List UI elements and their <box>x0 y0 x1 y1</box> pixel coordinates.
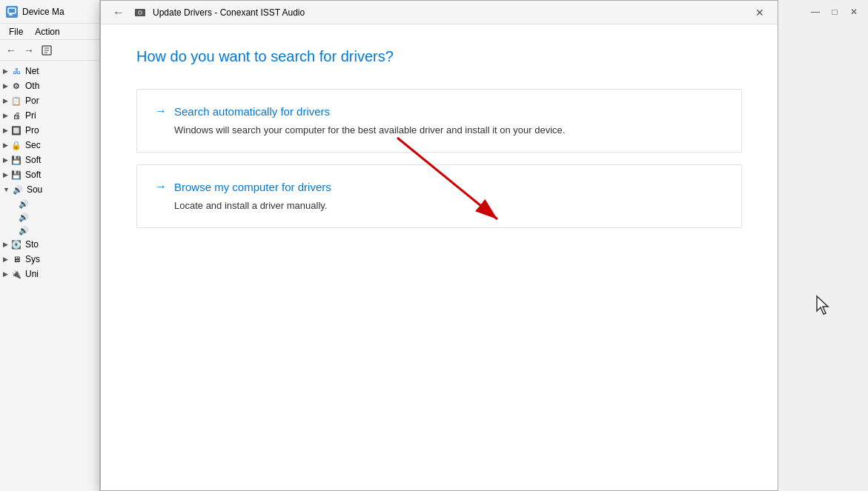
tree-item-security[interactable]: ▶ 🔒 Sec <box>0 138 99 153</box>
minimize-button[interactable]: — <box>807 4 824 20</box>
device-manager-window: Device Ma File Action ← → ▶ 🖧 Net ▶ ⚙ Ot… <box>0 0 100 491</box>
dialog-question: How do you want to search for drivers? <box>136 48 742 65</box>
tree-item-network[interactable]: ▶ 🖧 Net <box>0 64 99 79</box>
ports-icon: 📋 <box>10 95 22 107</box>
printers-icon: 🖨 <box>10 110 22 121</box>
browse-desc: Locate and install a driver manually. <box>155 199 723 213</box>
toolbar-forward[interactable]: → <box>21 42 37 59</box>
other-icon: ⚙ <box>10 80 22 92</box>
speaker2-icon: 🔊 <box>18 211 30 223</box>
tree-item-ports[interactable]: ▶ 📋 Por <box>0 93 99 108</box>
svg-marker-12 <box>817 296 828 314</box>
auto-search-desc: Windows will search your computer for th… <box>155 124 723 137</box>
dialog-title-icon <box>133 6 147 19</box>
device-manager-title: Device Ma <box>22 7 64 17</box>
tree-item-sound[interactable]: ▼ 🔊 Sou <box>0 182 99 197</box>
close-button[interactable]: ✕ <box>846 4 862 20</box>
device-manager-tree: ▶ 🖧 Net ▶ ⚙ Oth ▶ 📋 Por ▶ 🖨 Pri ▶ 🔲 Pro … <box>0 61 99 284</box>
software2-icon: 💾 <box>10 169 22 181</box>
usb-icon: 🔌 <box>10 268 22 280</box>
speaker1-icon: 🔊 <box>18 198 30 210</box>
sound-subitem-2[interactable]: 🔊 <box>15 210 99 224</box>
sound-subitems: 🔊 🔊 🔊 <box>0 197 99 237</box>
security-icon: 🔒 <box>10 139 22 151</box>
dialog-back-button[interactable]: ← <box>110 4 127 21</box>
storage-icon: 💽 <box>10 238 22 250</box>
dialog-titlebar: ← Update Drivers - Conexant ISST Audio ✕ <box>101 1 778 24</box>
dialog-content: How do you want to search for drivers? →… <box>101 24 778 490</box>
svg-rect-0 <box>8 8 16 13</box>
auto-search-option[interactable]: → Search automatically for drivers Windo… <box>136 89 742 153</box>
tree-item-printers[interactable]: ▶ 🖨 Pri <box>0 108 99 123</box>
software1-icon: 💾 <box>10 154 22 166</box>
tree-item-other[interactable]: ▶ ⚙ Oth <box>0 79 99 93</box>
sound-subitem-3[interactable]: 🔊 <box>15 224 99 237</box>
toolbar-properties[interactable] <box>39 42 55 59</box>
menu-action[interactable]: Action <box>29 25 65 39</box>
dialog-close-button[interactable]: ✕ <box>751 4 769 21</box>
tree-item-processors[interactable]: ▶ 🔲 Pro <box>0 123 99 138</box>
auto-search-title: → Search automatically for drivers <box>155 104 723 118</box>
svg-point-9 <box>139 11 142 13</box>
browse-title: → Browse my computer for drivers <box>155 180 723 193</box>
maximize-button[interactable]: □ <box>826 4 843 20</box>
device-manager-icon <box>6 6 18 18</box>
cursor-icon <box>815 295 830 315</box>
device-manager-menubar: File Action <box>0 24 99 40</box>
browse-option[interactable]: → Browse my computer for drivers Locate … <box>136 164 742 228</box>
tree-item-system[interactable]: ▶ 🖥 Sys <box>0 252 99 267</box>
toolbar-back[interactable]: ← <box>3 42 19 59</box>
speaker3-icon: 🔊 <box>18 224 30 236</box>
tree-item-universal[interactable]: ▶ 🔌 Uni <box>0 267 99 281</box>
right-panel-titlebar: — □ ✕ <box>778 0 868 24</box>
auto-search-arrow: → <box>155 104 167 118</box>
menu-file[interactable]: File <box>3 25 29 39</box>
device-manager-toolbar: ← → <box>0 40 99 61</box>
tree-item-software2[interactable]: ▶ 💾 Soft <box>0 167 99 182</box>
dialog-title-text: Update Drivers - Conexant ISST Audio <box>153 7 751 18</box>
right-panel: — □ ✕ <box>778 0 868 491</box>
processors-icon: 🔲 <box>10 124 22 136</box>
system-icon: 🖥 <box>10 253 22 265</box>
device-manager-titlebar: Device Ma <box>0 0 99 24</box>
sound-icon: 🔊 <box>12 184 24 196</box>
network-icon: 🖧 <box>10 65 22 77</box>
sound-subitem-1[interactable]: 🔊 <box>15 197 99 210</box>
browse-arrow: → <box>155 180 167 193</box>
tree-item-storage[interactable]: ▶ 💽 Sto <box>0 237 99 252</box>
update-drivers-dialog: ← Update Drivers - Conexant ISST Audio ✕… <box>100 0 778 491</box>
tree-item-software1[interactable]: ▶ 💾 Soft <box>0 153 99 167</box>
